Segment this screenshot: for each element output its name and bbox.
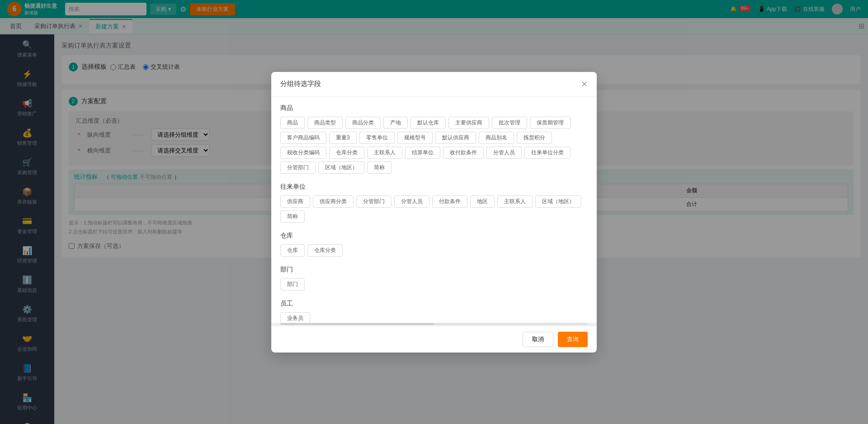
field-tag-main-supplier[interactable]: 主要供应商 <box>448 117 489 129</box>
field-tag-supervisor[interactable]: 分管人员 <box>486 147 522 159</box>
field-tag-area[interactable]: 地区 <box>470 195 495 208</box>
section-product: 商品 商品 商品类型 商品分类 产地 默认仓库 主要供应商 批次管理 保质期管理… <box>280 104 588 174</box>
field-tag-tax-code[interactable]: 税收分类编码 <box>280 147 326 159</box>
modal-cancel-btn[interactable]: 取消 <box>523 332 553 347</box>
section-dept-tags: 部门 <box>280 278 588 291</box>
field-tag-expiry-mgmt[interactable]: 保质期管理 <box>530 117 571 129</box>
field-tag-salesperson[interactable]: 业务员 <box>280 312 310 323</box>
field-tag-default-supplier[interactable]: 默认供应商 <box>435 132 476 144</box>
section-counterpart: 往来单位 供应商 供应商分类 分管部门 分管人员 付款条件 地区 主联系人 区域… <box>280 183 588 223</box>
field-tag-supplier-category[interactable]: 供应商分类 <box>313 195 354 208</box>
modal-footer: 取消 查询 <box>271 326 597 353</box>
section-dept: 部门 部门 <box>280 266 588 291</box>
field-tag-customer-code[interactable]: 客户商品编码 <box>280 132 326 144</box>
field-tag-dept[interactable]: 分管部门 <box>280 162 316 174</box>
section-warehouse-tags: 仓库 仓库分类 <box>280 244 588 257</box>
modal-hscroll-thumb <box>280 323 434 325</box>
field-tag-settlement-unit[interactable]: 结算单位 <box>405 147 440 159</box>
section-warehouse-title: 仓库 <box>280 232 588 240</box>
field-tag-counterpart-region[interactable]: 区域（地区） <box>535 195 581 208</box>
field-tag-retail-unit[interactable]: 零售单位 <box>359 132 395 144</box>
field-tag-pick-points[interactable]: 拣货积分 <box>517 132 552 144</box>
section-warehouse: 仓库 仓库 仓库分类 <box>280 232 588 257</box>
field-tag-payment-condition[interactable]: 付款条件 <box>432 195 467 208</box>
modal-confirm-btn[interactable]: 查询 <box>558 332 588 347</box>
modal-body: 商品 商品 商品类型 商品分类 产地 默认仓库 主要供应商 批次管理 保质期管理… <box>271 97 597 323</box>
section-counterpart-title: 往来单位 <box>280 183 588 191</box>
modal-header: 分组待选字段 ✕ <box>271 72 597 97</box>
section-dept-title: 部门 <box>280 266 588 274</box>
field-tag-spec-model[interactable]: 规格型号 <box>397 132 433 144</box>
section-employee-tags: 业务员 <box>280 312 588 323</box>
field-tag-default-warehouse[interactable]: 默认仓库 <box>410 117 446 129</box>
modal-hscroll-track <box>280 323 588 325</box>
field-tag-counterpart-category[interactable]: 往来单位分类 <box>524 147 571 159</box>
field-tag-supplier[interactable]: 供应商 <box>280 195 310 208</box>
field-tag-product-type[interactable]: 商品类型 <box>307 117 343 129</box>
modal-overlay: 分组待选字段 ✕ 商品 商品 商品类型 商品分类 产地 默认仓库 主要供应商 批… <box>0 0 868 424</box>
field-tag-product-alias[interactable]: 商品别名 <box>479 132 514 144</box>
field-tag-main-contact[interactable]: 主联系人 <box>367 147 402 159</box>
field-tag-counterpart-short[interactable]: 简称 <box>280 210 305 223</box>
section-product-title: 商品 <box>280 104 588 112</box>
field-tag-warehouse[interactable]: 仓库 <box>280 244 305 257</box>
field-tag-counterpart-supervisor[interactable]: 分管人员 <box>394 195 429 208</box>
field-tag-counterpart-dept[interactable]: 分管部门 <box>356 195 392 208</box>
field-tag-origin[interactable]: 产地 <box>383 117 408 129</box>
modal-title: 分组待选字段 <box>280 80 321 88</box>
section-employee: 员工 业务员 <box>280 300 588 323</box>
field-select-modal: 分组待选字段 ✕ 商品 商品 商品类型 商品分类 产地 默认仓库 主要供应商 批… <box>271 72 597 353</box>
field-tag-product[interactable]: 商品 <box>280 117 305 129</box>
field-tag-warehouse-category[interactable]: 仓库分类 <box>329 147 364 159</box>
field-tag-payment-terms[interactable]: 收付款条件 <box>443 147 484 159</box>
field-tag-warehouse-type[interactable]: 仓库分类 <box>307 244 343 257</box>
field-tag-region[interactable]: 区域（地区） <box>318 162 364 174</box>
field-tag-short-name[interactable]: 简称 <box>367 162 392 174</box>
section-counterpart-tags: 供应商 供应商分类 分管部门 分管人员 付款条件 地区 主联系人 区域（地区） … <box>280 195 588 223</box>
field-tag-counterpart-contact[interactable]: 主联系人 <box>497 195 533 208</box>
field-tag-department[interactable]: 部门 <box>280 278 305 291</box>
section-employee-title: 员工 <box>280 300 588 308</box>
field-tag-product-category[interactable]: 商品分类 <box>345 117 381 129</box>
field-tag-weight3[interactable]: 重量3 <box>329 132 357 144</box>
modal-close-btn[interactable]: ✕ <box>581 79 588 89</box>
field-tag-batch-mgmt[interactable]: 批次管理 <box>492 117 527 129</box>
section-product-tags: 商品 商品类型 商品分类 产地 默认仓库 主要供应商 批次管理 保质期管理 客户… <box>280 117 588 174</box>
